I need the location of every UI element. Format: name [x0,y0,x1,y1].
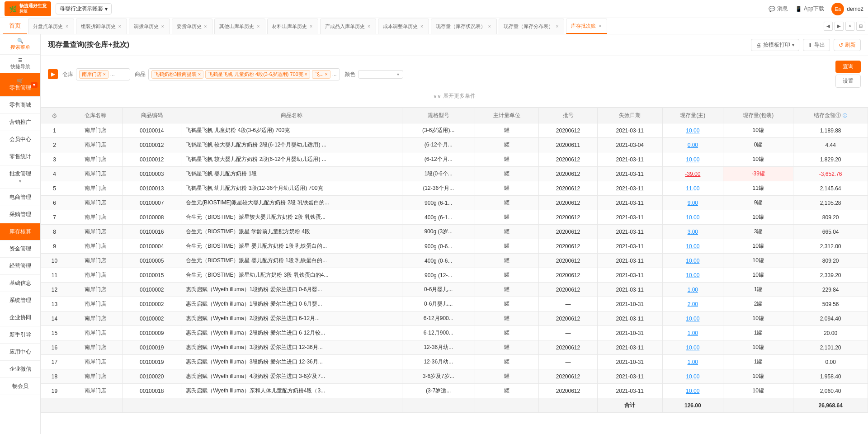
tab-item-7[interactable]: 成本调整单历史 × [378,19,429,34]
warehouse-tag-0[interactable]: 南岸门店 × [79,70,108,79]
sidebar-item-retail-stat[interactable]: 零售统计 [0,148,40,165]
qty-main-link[interactable]: 3.00 [688,229,698,235]
messages-btn[interactable]: 💬 消息 [769,5,788,13]
tab-close-5[interactable]: × [309,24,313,29]
sidebar-search[interactable]: 🔍 搜索菜单 [0,34,40,55]
warehouse-more-dots[interactable]: ... [110,71,115,77]
app-download-btn[interactable]: 📱 App下载 [795,5,824,13]
sidebar-item-member[interactable]: 会员中心 [0,131,40,148]
table-container[interactable]: ⚙ 仓库名称 商品编码 商品名称 规格型号 主计量单位 批号 失效日期 现存量(… [41,108,868,434]
sidebar-item-member-plus[interactable]: 畅会员 [0,378,40,395]
qty-main-link[interactable]: 9.00 [688,200,698,206]
tab-nav-close[interactable]: × [845,22,854,31]
sidebar-item-purchase[interactable]: 采购管理 [0,206,40,223]
query-btn[interactable]: 查询 [835,61,861,73]
cell-qty-main[interactable]: 10.00 [662,239,723,254]
product-tag-2[interactable]: 飞... × [312,70,330,79]
cell-qty-main[interactable]: 10.00 [662,268,723,283]
sidebar-item-enterprise-wechat[interactable]: 企业微信 [0,361,40,378]
sidebar-item-wholesale[interactable]: 批发管理 ▼ [0,165,40,189]
set-btn[interactable]: 设置 [835,75,861,88]
tab-close-7[interactable]: × [420,24,424,29]
cell-qty-main[interactable]: 1.00 [662,283,723,297]
sidebar-item-retail-mall[interactable]: 零售商城 [0,97,40,114]
sidebar-item-inventory[interactable]: 库存核算 [0,223,40,241]
workspace-selector[interactable]: 母婴行业演示账套 ▾ [56,3,112,14]
tab-close-6[interactable]: × [367,24,371,29]
tab-close-8[interactable]: × [487,24,492,29]
tab-close-4[interactable]: × [256,24,260,29]
tab-nav-menu[interactable]: ⊟ [856,22,865,31]
tab-close-0[interactable]: × [65,24,69,29]
cell-qty-main[interactable]: 10.00 [662,311,723,326]
refresh-btn[interactable]: ↺ 刷新 [834,39,861,51]
product-tag-0[interactable]: 飞鹤奶粉3段两提装 × [151,70,203,79]
th-settings[interactable]: ⚙ [41,108,68,123]
tab-item-0[interactable]: 分盘点单历史 × [28,19,74,34]
product-tag-container[interactable]: 飞鹤奶粉3段两提装 × 飞鹤星飞帆 儿童奶粉 4段(3-6岁适用) 700克 ×… [148,68,340,80]
sidebar-item-operation[interactable]: 经营管理 [0,258,40,275]
tab-close-9[interactable]: × [555,24,560,29]
qty-main-link[interactable]: 10.00 [686,344,699,351]
qty-main-link[interactable]: 10.00 [686,373,699,380]
qty-main-link[interactable]: 1.00 [688,330,698,336]
tab-item-4[interactable]: 其他出库单历史 × [214,19,265,34]
cell-qty-main[interactable]: 2.00 [662,297,723,311]
qty-main-link[interactable]: 2.00 [688,301,698,307]
tab-item-9[interactable]: 现存量（库存分布表） × [499,19,565,34]
cell-qty-main[interactable]: 10.00 [662,123,723,138]
amount-info-icon[interactable]: ⓘ [843,113,847,118]
warehouse-tag-container[interactable]: 南岸门店 × ... [76,68,130,80]
print-btn[interactable]: 🖨 按模板打印 ▾ [751,39,799,51]
qty-main-link[interactable]: 10.00 [686,316,699,322]
cell-qty-main[interactable]: 10.00 [662,340,723,355]
user-area[interactable]: Ea demo2 [831,3,863,15]
qty-main-link[interactable]: 10.00 [686,243,699,250]
settings-icon[interactable]: ⚙ [52,112,57,119]
qty-main-link[interactable]: 1.00 [688,359,698,365]
qty-main-link[interactable]: 10.00 [686,214,699,221]
qty-main-link[interactable]: 10.00 [686,388,699,394]
tab-item-2[interactable]: 调拨单历史 × [129,19,170,34]
warehouse-tag-close[interactable]: × [103,72,106,77]
tab-nav-left[interactable]: ◀ [824,22,833,31]
qty-main-link[interactable]: 11.00 [686,185,699,192]
tab-close-10[interactable]: × [598,24,602,28]
tab-item-6[interactable]: 产成品入库单历史 × [320,19,376,34]
product-tag-close-0[interactable]: × [198,72,201,77]
tab-nav-right[interactable]: ▶ [835,22,844,31]
tab-item-1[interactable]: 组装拆卸单历史 × [76,19,127,34]
sidebar-item-system[interactable]: 系统管理 [0,292,40,309]
export-btn[interactable]: ⬆ 导出 [803,39,830,51]
sidebar-item-guide[interactable]: 新手引导 [0,326,40,344]
tab-item-10[interactable]: 库存批次账 × [566,19,607,34]
sidebar-item-finance[interactable]: 资金管理 [0,241,40,258]
qty-main-link[interactable]: -39.00 [685,171,700,177]
cell-qty-main[interactable]: 10.00 [662,384,723,398]
qty-main-link[interactable]: 0.00 [688,142,698,148]
color-input[interactable]: ▾ [358,70,403,79]
cell-qty-main[interactable]: 10.00 [662,254,723,268]
expand-more-btn[interactable]: ∨∨ 展开更多条件 [433,90,476,103]
tab-item-8[interactable]: 现存量（库存状况表） × [431,19,497,34]
cell-qty-main[interactable]: 9.00 [662,196,723,210]
tab-item-3[interactable]: 要货单历史 × [172,19,213,34]
tab-home[interactable]: 首页 [3,18,27,34]
tab-close-2[interactable]: × [160,24,165,29]
product-more-dots[interactable]: ... [332,71,337,77]
cell-qty-main[interactable]: 0.00 [662,138,723,152]
cell-qty-main[interactable]: 1.00 [662,326,723,340]
sidebar-item-retail-mgmt[interactable]: 🛒 零售管理 ▼ [0,73,40,97]
sidebar-item-basic[interactable]: 基础信息 [0,275,40,292]
sidebar-item-ecommerce[interactable]: 电商管理 [0,189,40,206]
qty-main-link[interactable]: 10.00 [686,272,699,278]
cell-qty-main[interactable]: 3.00 [662,225,723,239]
sidebar-nav-item[interactable]: ☰ 快捷导航 [0,55,40,73]
tab-close-3[interactable]: × [203,24,208,29]
cell-qty-main[interactable]: 10.00 [662,369,723,384]
qty-main-link[interactable]: 10.00 [686,127,699,134]
product-tag-1[interactable]: 飞鹤星飞帆 儿童奶粉 4段(3-6岁适用) 700克 × [205,70,310,79]
cell-qty-main[interactable]: -39.00 [662,167,723,181]
cell-qty-main[interactable]: 11.00 [662,181,723,196]
sidebar-item-collab[interactable]: 企业协同 [0,309,40,326]
